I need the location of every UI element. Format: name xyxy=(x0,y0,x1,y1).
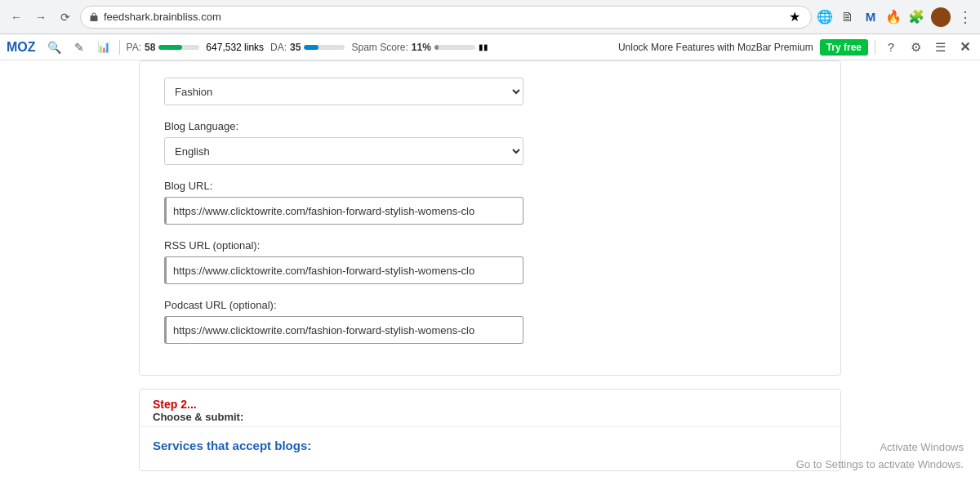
rss-url-label: RSS URL (optional): xyxy=(164,239,816,252)
language-select[interactable]: English Spanish French German Italian Po… xyxy=(164,137,523,165)
unlock-text: Unlock More Features with MozBar Premium xyxy=(618,42,813,53)
moz-edit-icon[interactable]: ✎ xyxy=(70,38,88,56)
world-icon[interactable]: 🌐 xyxy=(817,9,833,25)
podcast-url-label: Podcast URL (optional): xyxy=(164,299,816,311)
content-wrapper: Fashion Technology Health Travel Food Bu… xyxy=(122,60,858,490)
spam-progress-fill xyxy=(434,45,439,50)
step2-header: Step 2... Choose & submit: xyxy=(140,390,840,427)
blog-url-form-group: Blog URL: xyxy=(164,180,816,225)
podcast-url-form-group: Podcast URL (optional): xyxy=(164,299,816,344)
spam-value: 11% xyxy=(412,42,431,53)
da-label: DA: xyxy=(270,42,287,53)
moz-logo: MOZ xyxy=(7,40,36,55)
reload-button[interactable]: ⟳ xyxy=(56,7,75,27)
step2-title: Step 2... xyxy=(153,398,827,411)
pa-progress-bar xyxy=(158,45,199,50)
back-button[interactable]: ← xyxy=(7,7,26,27)
services-heading: Services that accept blogs: xyxy=(153,439,827,452)
language-label: Blog Language: xyxy=(164,120,816,132)
links-metric: 647,532 links xyxy=(206,42,264,53)
spam-progress-bar xyxy=(434,45,475,50)
moz-bar: MOZ 🔍 ✎ 📊 PA: 58 647,532 links DA: 35 Sp… xyxy=(0,34,980,60)
user-avatar[interactable] xyxy=(931,7,951,27)
moz-question-icon[interactable]: ? xyxy=(882,38,900,56)
spam-bar-icon: ▮▮ xyxy=(479,42,488,51)
language-form-group: Blog Language: English Spanish French Ge… xyxy=(164,120,816,165)
menu-icon[interactable]: ⋮ xyxy=(957,9,973,25)
moz-divider-2 xyxy=(875,40,875,55)
pa-metric: PA: 58 xyxy=(127,42,200,53)
m-extension-icon[interactable]: M xyxy=(862,9,879,25)
firefox-icon[interactable]: 🔥 xyxy=(885,9,902,25)
forward-button[interactable]: → xyxy=(31,7,51,27)
url-input[interactable]: feedshark.brainbliss.com xyxy=(104,11,782,23)
form-section: Fashion Technology Health Travel Food Bu… xyxy=(139,60,841,376)
puzzle-icon[interactable]: 🧩 xyxy=(908,9,924,25)
moz-close-button[interactable]: ✕ xyxy=(956,38,973,56)
lock-icon xyxy=(89,12,99,22)
moz-search-icon[interactable]: 🔍 xyxy=(46,38,64,56)
moz-chart-icon[interactable]: 📊 xyxy=(95,38,113,56)
da-progress-fill xyxy=(304,45,318,50)
page-content: Fashion Technology Health Travel Food Bu… xyxy=(0,60,980,490)
da-value: 35 xyxy=(290,42,301,53)
step2-subtitle: Choose & submit: xyxy=(153,411,827,423)
moz-settings-icon[interactable]: ⚙ xyxy=(906,38,924,56)
browser-toolbar-icons: 🌐 🗎 M 🔥 🧩 ⋮ xyxy=(817,7,973,27)
rss-url-form-group: RSS URL (optional): xyxy=(164,239,816,284)
spam-metric: Spam Score: 11% ▮▮ xyxy=(351,42,488,53)
links-value: 647,532 links xyxy=(206,42,264,53)
moz-divider-1 xyxy=(119,40,120,55)
star-icon[interactable]: ★ xyxy=(786,9,803,25)
podcast-url-input[interactable] xyxy=(164,316,523,344)
pa-label: PA: xyxy=(127,42,141,53)
blog-url-label: Blog URL: xyxy=(164,180,816,192)
blog-url-input[interactable] xyxy=(164,197,523,225)
step2-body: Services that accept blogs: xyxy=(140,427,840,470)
reader-icon[interactable]: 🗎 xyxy=(840,9,856,25)
da-metric: DA: 35 xyxy=(270,42,345,53)
category-select[interactable]: Fashion Technology Health Travel Food Bu… xyxy=(164,78,523,105)
pa-value: 58 xyxy=(145,42,155,53)
rss-url-input[interactable] xyxy=(164,256,523,284)
category-form-group: Fashion Technology Health Travel Food Bu… xyxy=(164,78,816,105)
da-progress-bar xyxy=(304,45,345,50)
pa-progress-fill xyxy=(158,45,182,50)
browser-chrome: ← → ⟳ feedshark.brainbliss.com ★ 🌐 🗎 M 🔥… xyxy=(0,0,980,34)
moz-menu-icon[interactable]: ☰ xyxy=(931,38,949,56)
try-free-button[interactable]: Try free xyxy=(820,39,868,56)
address-bar[interactable]: feedshark.brainbliss.com ★ xyxy=(80,6,812,29)
spam-label: Spam Score: xyxy=(351,42,408,53)
step2-section: Step 2... Choose & submit: Services that… xyxy=(139,389,841,471)
